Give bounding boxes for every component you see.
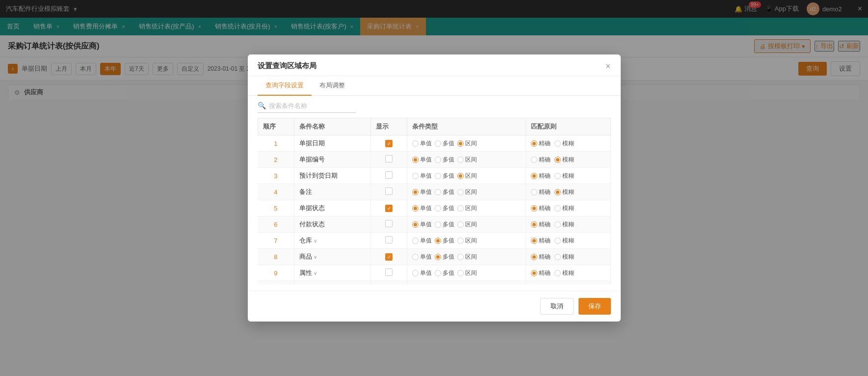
type-single-radio[interactable] (412, 173, 419, 179)
match-fuzzy-option[interactable]: 模糊 (554, 269, 574, 277)
type-multi-option[interactable]: 多值 (435, 204, 454, 213)
match-exact-option[interactable]: 精确 (531, 139, 551, 148)
type-range-option[interactable]: 区间 (457, 172, 477, 180)
type-single-option[interactable]: 单值 (412, 237, 432, 245)
dropdown-label[interactable]: 商品 ∨ (299, 252, 366, 261)
type-range-option[interactable]: 区间 (457, 253, 477, 261)
match-fuzzy-radio[interactable] (554, 140, 561, 147)
dialog-tab-query-fields[interactable]: 查询字段设置 (258, 76, 312, 96)
condition-table-scroll[interactable]: 顺序 条件名称 显示 条件类型 匹配原则 1单据日期 单值 多值 (258, 118, 611, 285)
match-fuzzy-radio[interactable] (554, 157, 561, 163)
match-fuzzy-radio[interactable] (554, 238, 561, 244)
type-range-option[interactable]: 区间 (457, 156, 477, 164)
type-multi-option[interactable]: 多值 (435, 188, 454, 196)
type-multi-option[interactable]: 多值 (435, 172, 454, 180)
match-exact-option[interactable]: 精确 (531, 172, 551, 180)
display-checkbox-8[interactable] (385, 253, 393, 261)
type-single-option[interactable]: 单值 (412, 139, 432, 148)
type-multi-radio[interactable] (435, 205, 441, 212)
match-fuzzy-radio[interactable] (554, 189, 561, 195)
type-range-radio[interactable] (457, 205, 464, 212)
type-range-radio[interactable] (457, 189, 464, 195)
match-fuzzy-radio[interactable] (554, 221, 561, 228)
match-fuzzy-option[interactable]: 模糊 (554, 237, 574, 245)
type-single-radio[interactable] (412, 238, 419, 244)
match-exact-radio[interactable] (531, 140, 537, 147)
match-exact-option[interactable]: 精确 (531, 269, 551, 277)
display-checkbox-6[interactable] (385, 220, 393, 227)
type-multi-option[interactable]: 多值 (435, 269, 454, 277)
match-exact-radio[interactable] (531, 157, 537, 163)
type-single-option[interactable]: 单值 (412, 220, 432, 229)
type-range-option[interactable]: 区间 (457, 220, 477, 229)
match-exact-radio[interactable] (531, 254, 537, 260)
type-range-option[interactable]: 区间 (457, 139, 477, 148)
type-range-radio[interactable] (457, 140, 464, 147)
type-single-radio[interactable] (412, 157, 419, 163)
type-range-radio[interactable] (457, 221, 464, 228)
match-fuzzy-option[interactable]: 模糊 (554, 172, 574, 180)
dropdown-label[interactable]: 属性 ∨ (299, 269, 366, 277)
display-checkbox-5[interactable] (385, 205, 393, 212)
type-multi-option[interactable]: 多值 (435, 253, 454, 261)
match-fuzzy-radio[interactable] (554, 254, 561, 260)
dialog-tab-layout[interactable]: 布局调整 (312, 76, 353, 96)
match-exact-option[interactable]: 精确 (531, 220, 551, 229)
type-multi-radio[interactable] (435, 254, 441, 260)
match-fuzzy-option[interactable]: 模糊 (554, 220, 574, 229)
type-multi-radio[interactable] (435, 221, 441, 228)
type-multi-option[interactable]: 多值 (435, 237, 454, 245)
display-checkbox-7[interactable] (385, 236, 393, 243)
type-single-radio[interactable] (412, 205, 419, 212)
type-range-option[interactable]: 区间 (457, 269, 477, 277)
type-range-option[interactable]: 区间 (457, 237, 477, 245)
match-fuzzy-option[interactable]: 模糊 (554, 156, 574, 164)
type-multi-option[interactable]: 多值 (435, 139, 454, 148)
match-fuzzy-radio[interactable] (554, 270, 561, 276)
type-single-option[interactable]: 单值 (412, 172, 432, 180)
type-multi-radio[interactable] (435, 173, 441, 179)
type-range-option[interactable]: 区间 (457, 204, 477, 213)
type-range-radio[interactable] (457, 157, 464, 163)
type-single-option[interactable]: 单值 (412, 204, 432, 213)
dropdown-label[interactable]: 仓库 ∨ (299, 236, 366, 245)
match-exact-option[interactable]: 精确 (531, 204, 551, 213)
match-fuzzy-option[interactable]: 模糊 (554, 204, 574, 213)
match-exact-option[interactable]: 精确 (531, 237, 551, 245)
match-fuzzy-radio[interactable] (554, 205, 561, 212)
type-single-option[interactable]: 单值 (412, 269, 432, 277)
match-exact-option[interactable]: 精确 (531, 188, 551, 196)
dialog-close-btn[interactable]: × (605, 62, 611, 71)
type-range-radio[interactable] (457, 238, 464, 244)
type-multi-radio[interactable] (435, 270, 441, 276)
type-single-radio[interactable] (412, 270, 419, 276)
display-checkbox-4[interactable] (385, 188, 393, 195)
match-exact-radio[interactable] (531, 270, 537, 276)
type-multi-option[interactable]: 多值 (435, 220, 454, 229)
type-range-radio[interactable] (457, 254, 464, 260)
match-exact-radio[interactable] (531, 221, 537, 228)
match-fuzzy-option[interactable]: 模糊 (554, 188, 574, 196)
type-range-radio[interactable] (457, 270, 464, 276)
match-exact-option[interactable]: 精确 (531, 156, 551, 164)
match-exact-option[interactable]: 精确 (531, 253, 551, 261)
match-fuzzy-option[interactable]: 模糊 (554, 139, 574, 148)
match-exact-radio[interactable] (531, 173, 537, 179)
type-single-radio[interactable] (412, 189, 419, 195)
type-single-radio[interactable] (412, 140, 419, 147)
match-fuzzy-radio[interactable] (554, 173, 561, 179)
type-single-radio[interactable] (412, 254, 419, 260)
cancel-btn[interactable]: 取消 (540, 298, 574, 315)
type-multi-radio[interactable] (435, 189, 441, 195)
type-single-option[interactable]: 单值 (412, 188, 432, 196)
type-multi-radio[interactable] (435, 238, 441, 244)
display-checkbox-2[interactable] (385, 155, 393, 162)
type-range-radio[interactable] (457, 173, 464, 179)
type-single-option[interactable]: 单值 (412, 156, 432, 164)
match-exact-radio[interactable] (531, 238, 537, 244)
match-exact-radio[interactable] (531, 189, 537, 195)
type-multi-radio[interactable] (435, 157, 441, 163)
type-range-option[interactable]: 区间 (457, 188, 477, 196)
type-multi-radio[interactable] (435, 140, 441, 147)
type-single-radio[interactable] (412, 221, 419, 228)
